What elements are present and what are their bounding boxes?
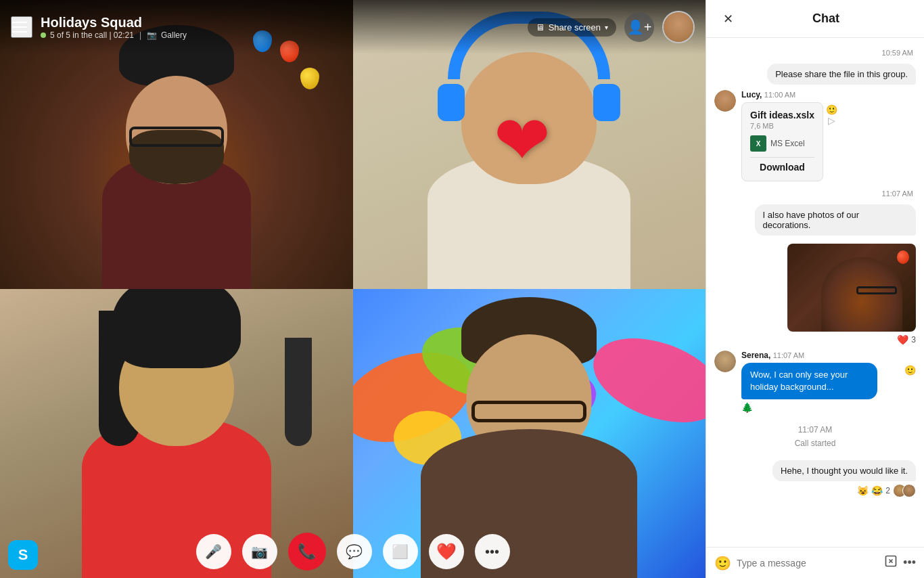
chat-header: ✕ Chat xyxy=(706,0,924,38)
file-msg-side-actions: 🙂 ▷ xyxy=(826,102,837,125)
emoji-react-btn-serena[interactable]: 🙂 xyxy=(904,365,916,375)
headphone-left xyxy=(438,84,465,121)
screen-icon: 🖥 xyxy=(536,22,545,32)
chat-more-button[interactable]: ••• xyxy=(903,556,916,570)
video-icon: 📷 xyxy=(251,543,268,560)
video-button[interactable]: 📷 xyxy=(242,534,277,569)
lucy-time: 11:00 AM xyxy=(764,91,795,99)
file-app: MS Excel xyxy=(770,139,805,148)
msg-bubble-photos: I also have photos of our decorations. xyxy=(755,204,916,236)
bg-blob-4 xyxy=(582,322,706,439)
chat-panel: ✕ Chat 10:59 AM Please share the file in… xyxy=(706,0,924,578)
download-button[interactable]: Download xyxy=(750,157,814,174)
end-call-button[interactable]: 📞 xyxy=(288,533,326,571)
chat-title: Chat xyxy=(739,12,913,26)
lucy-msg-content: Lucy, 11:00 AM Gift ideas.xslx 7,6 MB X … xyxy=(741,90,916,181)
timestamp-1059: 10:59 AM xyxy=(717,49,913,57)
chat-close-button[interactable]: ✕ xyxy=(717,8,739,30)
msg-bubble-hehe: Hehe, I thought you would like it. xyxy=(772,460,916,481)
msg-bubble-please-share: Please share the file in this group. xyxy=(767,64,916,85)
msg-lucy-file: Lucy, 11:00 AM Gift ideas.xslx 7,6 MB X … xyxy=(714,90,916,181)
more-options-button[interactable]: ••• xyxy=(475,534,510,569)
avatar-face xyxy=(664,12,693,42)
lucy-avatar-img xyxy=(714,90,736,112)
header-title-group: Holidays Squad 5 of 5 in the call | 02:2… xyxy=(41,14,528,40)
heart-icon: ❤️ xyxy=(436,542,457,561)
chat-button[interactable]: 💬 xyxy=(337,534,372,569)
file-size: 7,6 MB xyxy=(750,122,814,130)
serena-msg-content: Serena, 11:07 AM Wow, I can only see you… xyxy=(741,351,916,413)
message-input[interactable] xyxy=(737,558,879,569)
serena-side-actions: 🙂 xyxy=(904,363,916,375)
serena-bubble: Wow, I can only see your holiday backgro… xyxy=(741,363,877,399)
call-title: Holidays Squad xyxy=(41,14,528,30)
gallery-label: Gallery xyxy=(161,30,187,40)
controls-bar: 🎤 📷 📞 💬 ⬜ ❤️ ••• xyxy=(0,531,706,578)
microphone-button[interactable]: 🎤 xyxy=(196,534,231,569)
add-person-icon: 👤+ xyxy=(627,19,652,35)
call-started-text: Call started xyxy=(714,439,916,448)
emoji-picker-button[interactable]: 🙂 xyxy=(714,555,731,571)
video-area: ❤ S Holidays Squad xyxy=(0,0,706,578)
online-indicator xyxy=(41,32,46,38)
hamburger-button[interactable] xyxy=(11,16,32,38)
call-started-block: 11:07 AM Call started xyxy=(714,421,916,452)
forward-btn-file[interactable]: ▷ xyxy=(826,116,837,125)
msg-hehe-block: Hehe, I thought you would like it. 😺 😂 2 xyxy=(714,460,916,497)
photo-preview-block: ❤️ 3 xyxy=(714,241,916,345)
call-status-text: 5 of 5 in the call | 02:21 xyxy=(50,30,134,40)
close-icon: ✕ xyxy=(723,12,733,26)
chevron-down-icon: ▾ xyxy=(605,24,608,31)
user-avatar-button[interactable] xyxy=(662,11,695,43)
person-hair-bl xyxy=(112,289,241,368)
screen-share-button[interactable]: 🖥 Share screen ▾ xyxy=(528,18,616,37)
photo-reactions: ❤️ 3 xyxy=(897,334,916,345)
call-subtitle: 5 of 5 in the call | 02:21 | 📷 Gallery xyxy=(41,30,528,40)
add-person-button[interactable]: 👤+ xyxy=(624,12,654,42)
lucy-name: Lucy, xyxy=(741,90,764,99)
video-grid: ❤ S xyxy=(0,0,706,578)
msg-photos: I also have photos of our decorations. xyxy=(714,204,916,236)
attach-file-button[interactable] xyxy=(884,554,898,571)
person-hair-right-bl xyxy=(285,338,312,446)
serena-avatar xyxy=(714,351,736,372)
serena-name: Serena, xyxy=(741,351,773,360)
file-name: Gift ideas.xslx xyxy=(750,110,814,120)
love-react-button[interactable]: ❤️ xyxy=(429,534,464,569)
screen-share-label: Share screen xyxy=(549,22,601,32)
tree-emoji: 🌲 xyxy=(741,402,902,413)
photo-ornament xyxy=(897,250,909,264)
chat-input-area: 🙂 ••• xyxy=(706,547,924,578)
lucy-sender-time: Lucy, 11:00 AM xyxy=(741,90,916,99)
person-glasses-tl xyxy=(129,127,224,147)
heart-reaction-icon: ❤️ xyxy=(897,334,908,345)
photo-glasses xyxy=(856,286,897,294)
file-card: Gift ideas.xslx 7,6 MB X MS Excel Downlo… xyxy=(741,102,823,181)
header-actions: 🖥 Share screen ▾ 👤+ xyxy=(528,11,695,43)
ornament-2 xyxy=(300,68,319,89)
msg-serena: Serena, 11:07 AM Wow, I can only see you… xyxy=(714,351,916,413)
hehe-reactions: 😺 😂 2 xyxy=(857,484,916,497)
camera-icon: 📷 xyxy=(147,30,157,40)
person-glasses-br xyxy=(471,401,586,422)
emoji-react-btn-file[interactable]: 🙂 xyxy=(826,105,837,114)
lucy-file-block: Gift ideas.xslx 7,6 MB X MS Excel Downlo… xyxy=(741,102,916,181)
excel-icon: X xyxy=(750,135,766,152)
cat-reaction: 😺 xyxy=(857,485,869,496)
call-time-system: 11:07 AM xyxy=(714,425,916,435)
serena-avatar-img xyxy=(714,351,736,372)
msg-please-share: Please share the file in this group. xyxy=(714,64,916,85)
photo-preview xyxy=(787,244,916,332)
screen-share-ctrl-icon: ⬜ xyxy=(392,543,409,560)
headphone-right xyxy=(593,84,620,121)
laugh-reaction: 😂 xyxy=(871,485,883,496)
file-type-row: X MS Excel xyxy=(750,135,814,152)
chat-icon: 💬 xyxy=(346,543,363,560)
screen-share-ctrl-button[interactable]: ⬜ xyxy=(383,534,418,569)
lucy-avatar xyxy=(714,90,736,112)
call-header: Holidays Squad 5 of 5 in the call | 02:2… xyxy=(0,0,706,54)
serena-sender-time: Serena, 11:07 AM xyxy=(741,351,916,360)
timestamp-1107: 11:07 AM xyxy=(717,190,913,198)
heart-reaction-count: 3 xyxy=(911,335,916,344)
end-call-icon: 📞 xyxy=(298,543,316,560)
